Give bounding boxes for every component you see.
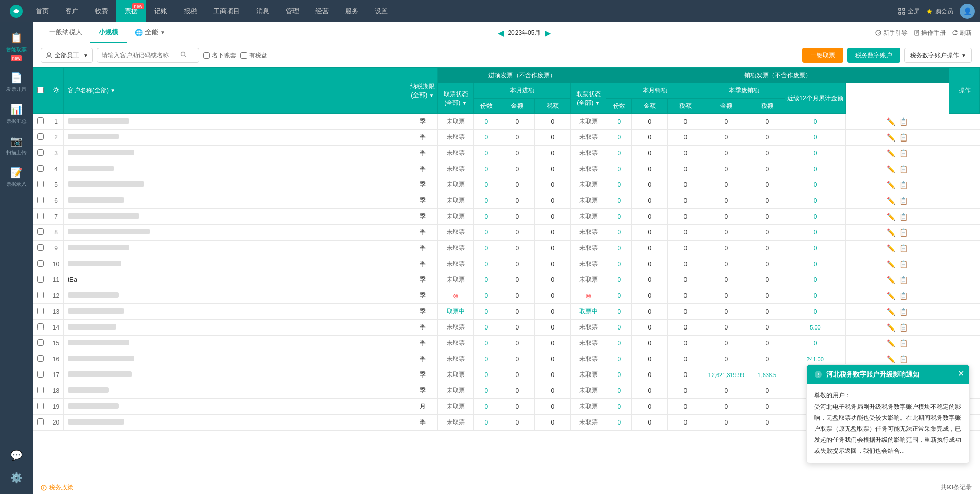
row-checkbox[interactable]: [37, 244, 44, 251]
row-checkbox[interactable]: [37, 181, 44, 187]
edit-btn[interactable]: ✏️: [886, 322, 896, 333]
row-checkbox[interactable]: [37, 371, 44, 378]
row-checkbox[interactable]: [37, 323, 44, 330]
row-checkbox[interactable]: [37, 228, 44, 235]
manual-btn[interactable]: 操作手册: [914, 29, 946, 37]
edit-btn[interactable]: ✏️: [886, 291, 896, 301]
edit-btn[interactable]: ✏️: [886, 259, 896, 269]
edit-btn[interactable]: ✏️: [886, 196, 896, 206]
nav-accounting[interactable]: 记账: [146, 0, 176, 22]
row-checkbox[interactable]: [37, 165, 44, 172]
sidebar-item-smart-ticket[interactable]: 📋 智能取票 new: [0, 27, 33, 66]
sidebar-item-open-invoice[interactable]: 📄 发票开具: [0, 66, 33, 98]
row-checkbox[interactable]: [37, 133, 44, 140]
refresh-btn[interactable]: 刷新: [952, 29, 972, 37]
th-tax-period[interactable]: 纳税期限(全部) ▼: [407, 68, 438, 114]
th-out-status[interactable]: 取票状态(全部) ▼: [571, 83, 606, 114]
copy-btn[interactable]: 📋: [898, 227, 909, 238]
edit-btn[interactable]: ✏️: [886, 116, 896, 127]
copy-btn[interactable]: 📋: [898, 148, 909, 158]
guide-btn[interactable]: ? 新手引导: [875, 29, 908, 37]
copy-btn[interactable]: 📋: [898, 307, 909, 317]
copy-btn[interactable]: 📋: [898, 291, 909, 301]
tax-digital-account-btn[interactable]: 税务数字账户: [847, 48, 900, 63]
date-next-btn[interactable]: ▶: [545, 28, 551, 38]
row-checkbox[interactable]: [37, 197, 44, 203]
search-box[interactable]: [97, 48, 199, 63]
sidebar-item-scan[interactable]: 📷 扫描上传: [0, 130, 33, 161]
edit-btn[interactable]: ✏️: [886, 148, 896, 158]
has-tax-disk-check[interactable]: [240, 52, 247, 59]
copy-btn[interactable]: 📋: [898, 211, 909, 222]
date-prev-btn[interactable]: ◀: [498, 28, 504, 38]
row-checkbox[interactable]: [37, 355, 44, 362]
edit-btn[interactable]: ✏️: [886, 180, 896, 190]
edit-btn[interactable]: ✏️: [886, 132, 896, 143]
copy-btn[interactable]: 📋: [898, 180, 909, 190]
row-checkbox[interactable]: [37, 260, 44, 267]
row-checkbox[interactable]: [37, 403, 44, 409]
user-avatar[interactable]: 👤: [960, 4, 975, 19]
app-logo[interactable]: [5, 0, 28, 22]
tab-small-scale[interactable]: 小规模: [90, 22, 127, 43]
row-checkbox[interactable]: [37, 418, 44, 425]
nav-settings[interactable]: 设置: [366, 0, 396, 22]
edit-btn[interactable]: ✏️: [886, 211, 896, 222]
named-accounts-check[interactable]: [203, 52, 210, 59]
edit-btn[interactable]: ✏️: [886, 164, 896, 174]
notification-close-btn[interactable]: ✕: [958, 369, 964, 379]
one-click-get-btn[interactable]: 一键取票: [802, 48, 843, 63]
row-checkbox[interactable]: [37, 292, 44, 298]
copy-btn[interactable]: 📋: [898, 259, 909, 269]
tab-all[interactable]: 🌐 全能 ▼: [127, 22, 174, 43]
nav-fee[interactable]: 收费: [87, 0, 116, 22]
nav-customer[interactable]: 客户: [57, 0, 87, 22]
row-checkbox[interactable]: [37, 339, 44, 346]
nav-tax[interactable]: 报税: [176, 0, 205, 22]
row-checkbox[interactable]: [37, 149, 44, 156]
row-checkbox[interactable]: [37, 387, 44, 393]
nav-operation[interactable]: 经营: [307, 0, 337, 22]
edit-btn[interactable]: ✏️: [886, 354, 896, 364]
nav-service[interactable]: 服务: [337, 0, 366, 22]
edit-btn[interactable]: ✏️: [886, 227, 896, 238]
copy-btn[interactable]: 📋: [898, 164, 909, 174]
member-btn[interactable]: 购会员: [926, 7, 953, 16]
sidebar-item-config[interactable]: ⚙️: [0, 466, 33, 489]
has-tax-disk-checkbox[interactable]: 有税盘: [240, 51, 267, 60]
tax-policy-link[interactable]: 税务政策: [41, 483, 74, 492]
copy-btn[interactable]: 📋: [898, 354, 909, 364]
nav-home[interactable]: 首页: [28, 0, 57, 22]
edit-btn[interactable]: ✏️: [886, 243, 896, 253]
copy-btn[interactable]: 📋: [898, 196, 909, 206]
employee-select[interactable]: 全部员工 ▼: [41, 48, 93, 63]
copy-btn[interactable]: 📋: [898, 132, 909, 143]
edit-btn[interactable]: ✏️: [886, 275, 896, 285]
sidebar-item-chat[interactable]: 💬: [0, 444, 33, 466]
row-checkbox[interactable]: [37, 308, 44, 314]
sidebar-item-entry[interactable]: 📝 票据录入: [0, 161, 33, 193]
copy-btn[interactable]: 📋: [898, 275, 909, 285]
search-input[interactable]: [102, 52, 178, 59]
search-button[interactable]: [180, 51, 187, 59]
nav-message[interactable]: 消息: [248, 0, 278, 22]
edit-btn[interactable]: ✏️: [886, 338, 896, 348]
tab-general-taxpayer[interactable]: 一般纳税人: [41, 22, 90, 43]
row-checkbox[interactable]: [37, 213, 44, 219]
nav-invoice[interactable]: 票据 new: [116, 0, 146, 22]
named-accounts-checkbox[interactable]: 名下账套: [203, 51, 236, 60]
copy-btn[interactable]: 📋: [898, 116, 909, 127]
nav-manage[interactable]: 管理: [278, 0, 307, 22]
copy-btn[interactable]: 📋: [898, 243, 909, 253]
th-in-status[interactable]: 取票状态(全部) ▼: [438, 83, 474, 114]
nav-business[interactable]: 工商项目: [205, 0, 248, 22]
copy-btn[interactable]: 📋: [898, 322, 909, 333]
sidebar-item-summary[interactable]: 📊 票据汇总: [0, 98, 33, 130]
row-checkbox[interactable]: [37, 117, 44, 124]
row-checkbox[interactable]: [37, 276, 44, 283]
tax-account-ops-btn[interactable]: 税务数字账户操作 ▼: [904, 48, 972, 63]
select-all-checkbox[interactable]: [37, 87, 44, 93]
edit-btn[interactable]: ✏️: [886, 307, 896, 317]
th-customer-name[interactable]: 客户名称(全部) ▼: [64, 68, 407, 114]
fullscreen-btn[interactable]: 全屏: [898, 7, 920, 16]
